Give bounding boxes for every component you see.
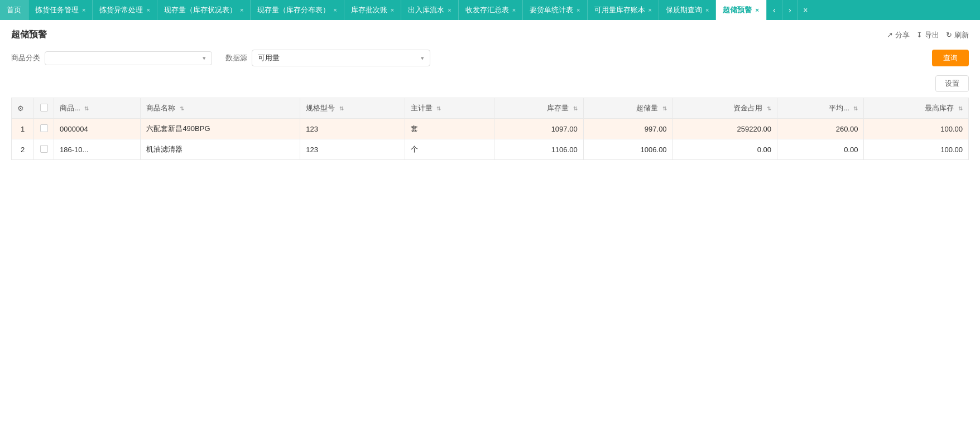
sort-icon-unit: ⇅ [436, 105, 441, 112]
table-header-row: ⚙ 商品... ⇅ 商品名称 ⇅ 规格型号 ⇅ 主计量 [12, 98, 969, 119]
row-checkbox-0[interactable] [40, 124, 48, 132]
nav-tab-8[interactable]: 要货单统计表 × [523, 0, 587, 20]
column-header-max[interactable]: 最高库存 ⇅ [864, 98, 969, 119]
column-header-unit[interactable]: 主计量 ⇅ [405, 98, 494, 119]
chevron-down-icon-2: ▾ [421, 55, 424, 62]
export-button[interactable]: ↧ 导出 [916, 30, 939, 40]
sort-icon-name: ⇅ [180, 105, 184, 112]
page-content: 超储预警 ↗ 分享 ↧ 导出 ↻ 刷新 商品分类 ▾ 数据源 [0, 20, 980, 169]
sort-icon-code: ⇅ [84, 105, 89, 112]
column-header-capital[interactable]: 资金占用 ⇅ [672, 98, 777, 119]
header-checkbox[interactable] [40, 104, 48, 112]
col-over-label: 超储量 [636, 104, 658, 112]
nav-tab-1-close[interactable]: × [82, 7, 85, 13]
nav-tab-2[interactable]: 拣货异常处理 × [93, 0, 157, 20]
nav-tab-6-label: 出入库流水 [408, 5, 444, 15]
nav-tab-10-label: 保质期查询 [666, 5, 702, 15]
column-header-avg[interactable]: 平均... ⇅ [777, 98, 864, 119]
settings-button[interactable]: 设置 [935, 75, 969, 92]
column-header-check[interactable] [34, 98, 54, 119]
share-icon: ↗ [887, 31, 893, 39]
nav-tab-1-label: 拣货任务管理 [35, 5, 79, 15]
column-header-spec[interactable]: 规格型号 ⇅ [300, 98, 405, 119]
row-checkbox-1[interactable] [40, 145, 48, 153]
row-stock-1: 1106.00 [494, 139, 583, 160]
nav-tab-7-close[interactable]: × [512, 7, 516, 13]
export-icon: ↧ [916, 31, 923, 39]
datasource-select[interactable]: 可用量 ▾ [252, 50, 430, 66]
nav-tab-9[interactable]: 可用量库存账本 × [588, 0, 659, 20]
query-button[interactable]: 查询 [932, 50, 969, 66]
row-max-1: 100.00 [864, 139, 969, 160]
nav-tab-4-label: 现存量（库存分布表） [257, 5, 330, 15]
nav-tab-6-close[interactable]: × [448, 7, 451, 13]
col-stock-label: 库存量 [547, 104, 569, 112]
column-header-over[interactable]: 超储量 ⇅ [583, 98, 672, 119]
col-name-label: 商品名称 [146, 104, 175, 112]
sort-icon-stock: ⇅ [573, 105, 578, 112]
col-avg-label: 平均... [829, 104, 849, 112]
col-capital-label: 资金占用 [733, 104, 762, 112]
sort-icon-over: ⇅ [662, 105, 667, 112]
row-unit-1: 个 [405, 139, 494, 160]
refresh-label: 刷新 [954, 30, 969, 40]
nav-tab-3[interactable]: 现存量（库存状况表） × [157, 0, 251, 20]
nav-tab-9-close[interactable]: × [648, 7, 652, 13]
nav-tab-1[interactable]: 拣货任务管理 × [28, 0, 93, 20]
nav-tab-home[interactable]: 首页 [0, 0, 28, 20]
nav-tab-4-close[interactable]: × [333, 7, 337, 13]
row-spec-0: 123 [300, 119, 405, 139]
col-max-label: 最高库存 [925, 104, 954, 112]
nav-tab-8-close[interactable]: × [577, 7, 580, 13]
datasource-value: 可用量 [258, 53, 280, 63]
column-header-stock[interactable]: 库存量 ⇅ [494, 98, 583, 119]
nav-tab-5-label: 库存批次账 [351, 5, 387, 15]
nav-tab-11-label: 超储预警 [723, 5, 752, 15]
row-unit-0: 套 [405, 119, 494, 139]
col-spec-label: 规格型号 [306, 104, 335, 112]
nav-next-arrow[interactable]: › [782, 0, 798, 20]
nav-tab-5-close[interactable]: × [391, 7, 394, 13]
row-avg-1: 0.00 [777, 139, 864, 160]
nav-tab-10[interactable]: 保质期查询 × [659, 0, 716, 20]
filter-row: 商品分类 ▾ 数据源 可用量 ▾ 查询 [11, 50, 969, 66]
nav-tab-7-label: 收发存汇总表 [465, 5, 509, 15]
column-header-gear[interactable]: ⚙ [12, 98, 34, 119]
category-select[interactable]: ▾ [45, 51, 212, 65]
nav-close-all-arrow[interactable]: × [798, 0, 813, 20]
nav-tab-7[interactable]: 收发存汇总表 × [459, 0, 523, 20]
nav-tab-2-label: 拣货异常处理 [99, 5, 143, 15]
column-header-name[interactable]: 商品名称 ⇅ [141, 98, 300, 119]
sort-icon-spec: ⇅ [339, 105, 344, 112]
nav-tab-2-close[interactable]: × [146, 7, 150, 13]
page-header: 超储预警 ↗ 分享 ↧ 导出 ↻ 刷新 [11, 29, 969, 41]
row-checkbox-cell-1[interactable] [34, 139, 54, 160]
row-checkbox-cell-0[interactable] [34, 119, 54, 139]
nav-prev-arrow[interactable]: ‹ [766, 0, 782, 20]
nav-tab-11-close[interactable]: × [755, 7, 758, 13]
export-label: 导出 [925, 30, 939, 40]
datasource-filter: 数据源 可用量 ▾ [225, 50, 430, 66]
row-avg-0: 260.00 [777, 119, 864, 139]
datasource-label: 数据源 [225, 53, 247, 63]
nav-tab-4[interactable]: 现存量（库存分布表） × [251, 0, 344, 20]
row-code-1: 186-10... [54, 139, 141, 160]
sort-icon-max: ⇅ [958, 105, 963, 112]
nav-tab-3-close[interactable]: × [240, 7, 243, 13]
sort-icon-capital: ⇅ [767, 105, 771, 112]
nav-tab-10-close[interactable]: × [705, 7, 709, 13]
column-header-code[interactable]: 商品... ⇅ [54, 98, 141, 119]
nav-tab-6[interactable]: 出入库流水 × [401, 0, 458, 20]
row-over-0: 997.00 [583, 119, 672, 139]
nav-tab-home-label: 首页 [7, 5, 21, 15]
row-name-1: 机油滤清器 [141, 139, 300, 160]
row-index-1: 2 [12, 139, 34, 160]
nav-tab-11[interactable]: 超储预警 × [716, 0, 766, 20]
share-button[interactable]: ↗ 分享 [887, 30, 910, 40]
gear-icon: ⚙ [17, 104, 24, 113]
nav-tab-5[interactable]: 库存批次账 × [344, 0, 401, 20]
row-stock-0: 1097.00 [494, 119, 583, 139]
col-unit-label: 主计量 [411, 104, 433, 112]
nav-tab-3-label: 现存量（库存状况表） [164, 5, 237, 15]
refresh-button[interactable]: ↻ 刷新 [946, 30, 969, 40]
